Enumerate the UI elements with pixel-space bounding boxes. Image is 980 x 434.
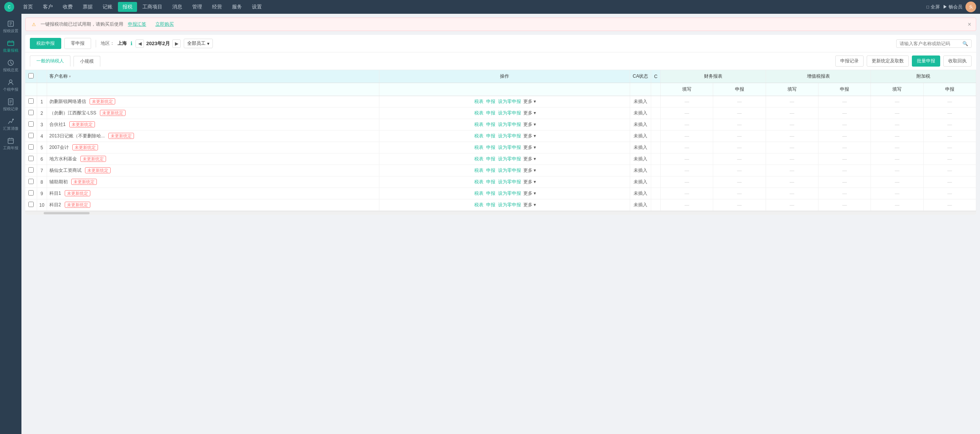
btn-zero-declare-2[interactable]: 设为零申报: [498, 122, 521, 127]
btn-update-data[interactable]: 更新统定及取数: [867, 55, 909, 67]
btn-zero-declare-7[interactable]: 设为零申报: [498, 179, 521, 184]
btn-more-5[interactable]: 更多 ▾: [523, 156, 536, 162]
btn-tax-form-8[interactable]: 税表: [474, 191, 483, 196]
row-checkbox-7[interactable]: [25, 176, 37, 188]
nav-message[interactable]: 消息: [168, 2, 187, 12]
nav-management[interactable]: 管理: [188, 2, 207, 12]
sidebar-item-annual-report[interactable]: 工商年报: [0, 134, 21, 153]
nav-business[interactable]: 工商项目: [138, 2, 167, 12]
select-all-checkbox[interactable]: [28, 73, 34, 78]
row-cb-9[interactable]: [28, 202, 34, 207]
btn-more-6[interactable]: 更多 ▾: [523, 168, 536, 173]
btn-tax-form-6[interactable]: 税表: [474, 168, 483, 173]
btn-declare-8[interactable]: 申报: [486, 191, 495, 196]
sidebar-item-tax-overview[interactable]: 报税总览: [0, 56, 21, 75]
row-cb-7[interactable]: [28, 179, 34, 184]
btn-zero-declare-9[interactable]: 设为零申报: [498, 202, 521, 207]
nav-settings[interactable]: 设置: [247, 2, 266, 12]
btn-zero-declare-5[interactable]: 设为零申报: [498, 156, 521, 162]
badge-unset-9[interactable]: 未更新统定: [65, 202, 90, 208]
row-checkbox-5[interactable]: [25, 153, 37, 165]
badge-unset-3[interactable]: 未更新统定: [108, 133, 134, 139]
sidebar-item-tax-settings[interactable]: 报税设置: [0, 17, 21, 36]
row-cb-6[interactable]: [28, 167, 34, 173]
date-next-button[interactable]: ▶: [172, 39, 181, 48]
tab-zero-declaration[interactable]: 零申报: [64, 38, 91, 49]
tab-tax-declaration[interactable]: 税款申报: [30, 38, 61, 49]
logo[interactable]: C: [4, 2, 15, 12]
search-icon[interactable]: 🔍: [962, 41, 968, 46]
btn-more-9[interactable]: 更多 ▾: [523, 202, 536, 207]
btn-tax-form-4[interactable]: 税表: [474, 145, 483, 150]
scrollbar-thumb[interactable]: [44, 212, 90, 214]
row-checkbox-9[interactable]: [25, 199, 37, 211]
sidebar-item-personal-tax[interactable]: 个税申报: [0, 75, 21, 95]
btn-zero-declare-8[interactable]: 设为零申报: [498, 191, 521, 196]
banner-link-2[interactable]: 立即购买: [155, 21, 174, 28]
btn-declare-7[interactable]: 申报: [486, 179, 495, 184]
badge-unset-7[interactable]: 未更新统定: [71, 179, 97, 185]
btn-more-1[interactable]: 更多 ▾: [523, 110, 536, 116]
row-checkbox-1[interactable]: [25, 108, 37, 119]
nav-billing[interactable]: 收费: [58, 2, 77, 12]
badge-unset-8[interactable]: 未更新统定: [65, 190, 90, 196]
nav-invoice[interactable]: 票据: [78, 2, 97, 12]
badge-unset-0[interactable]: 未更新统定: [90, 98, 115, 104]
search-input[interactable]: [900, 41, 961, 46]
btn-tax-form-2[interactable]: 税表: [474, 122, 483, 127]
row-checkbox-8[interactable]: [25, 188, 37, 199]
badge-unset-4[interactable]: 未更新统定: [72, 144, 98, 150]
btn-declare-0[interactable]: 申报: [486, 99, 495, 104]
type-tab-general[interactable]: 一般的纳税人: [30, 55, 70, 67]
sidebar-item-settlement[interactable]: 汇算清缴: [0, 114, 21, 134]
btn-declare-2[interactable]: 申报: [486, 122, 495, 127]
row-cb-1[interactable]: [28, 110, 34, 115]
btn-tax-form-1[interactable]: 税表: [474, 110, 483, 116]
btn-more-8[interactable]: 更多 ▾: [523, 191, 536, 196]
btn-more-7[interactable]: 更多 ▾: [523, 179, 536, 184]
btn-tax-form-0[interactable]: 税表: [474, 99, 483, 104]
btn-tax-form-7[interactable]: 税表: [474, 179, 483, 184]
fullscreen-button[interactable]: □ 全屏: [926, 4, 940, 10]
row-cb-8[interactable]: [28, 190, 34, 196]
vip-button[interactable]: ▶ 畅会员: [943, 4, 962, 10]
sidebar-item-tax-record[interactable]: 报税记录: [0, 95, 21, 114]
nav-bookkeeping[interactable]: 记账: [98, 2, 117, 12]
row-cb-4[interactable]: [28, 144, 34, 150]
banner-link-1[interactable]: 申报汇签: [128, 21, 146, 28]
horizontal-scrollbar[interactable]: [25, 211, 976, 215]
type-tab-small[interactable]: 小规模: [74, 56, 100, 67]
banner-close-button[interactable]: ×: [968, 21, 971, 28]
nav-tax[interactable]: 报税: [118, 2, 137, 12]
row-cb-0[interactable]: [28, 98, 34, 104]
btn-zero-declare-1[interactable]: 设为零申报: [498, 110, 521, 116]
btn-more-0[interactable]: 更多 ▾: [523, 99, 536, 104]
btn-batch-declare[interactable]: 批量申报: [912, 55, 940, 67]
staff-select[interactable]: 全部员工 ▾: [184, 39, 213, 48]
nav-service[interactable]: 服务: [227, 2, 247, 12]
btn-declare-3[interactable]: 申报: [486, 133, 495, 139]
nav-customer[interactable]: 客户: [38, 2, 57, 12]
btn-declare-9[interactable]: 申报: [486, 202, 495, 207]
btn-more-4[interactable]: 更多 ▾: [523, 145, 536, 150]
btn-filing-record[interactable]: 申报记录: [835, 55, 864, 67]
sidebar-item-batch-tax[interactable]: 批量报税: [0, 36, 21, 56]
badge-unset-1[interactable]: 未更新统定: [100, 110, 126, 116]
row-cb-3[interactable]: [28, 133, 34, 138]
date-prev-button[interactable]: ◀: [136, 39, 144, 48]
badge-unset-2[interactable]: 未更新统定: [69, 121, 95, 127]
btn-zero-declare-6[interactable]: 设为零申报: [498, 168, 521, 173]
row-checkbox-6[interactable]: [25, 165, 37, 176]
row-checkbox-3[interactable]: [25, 131, 37, 142]
row-checkbox-2[interactable]: [25, 119, 37, 131]
avatar[interactable]: 头: [965, 2, 976, 12]
btn-collect-receipt[interactable]: 收取回执: [943, 55, 972, 67]
btn-tax-form-3[interactable]: 税表: [474, 133, 483, 139]
btn-more-2[interactable]: 更多 ▾: [523, 122, 536, 127]
badge-unset-5[interactable]: 未更新统定: [80, 156, 106, 162]
btn-declare-6[interactable]: 申报: [486, 168, 495, 173]
row-cb-2[interactable]: [28, 121, 34, 127]
btn-tax-form-9[interactable]: 税表: [474, 202, 483, 207]
info-icon[interactable]: ℹ: [131, 41, 132, 46]
btn-zero-declare-0[interactable]: 设为零申报: [498, 99, 521, 104]
